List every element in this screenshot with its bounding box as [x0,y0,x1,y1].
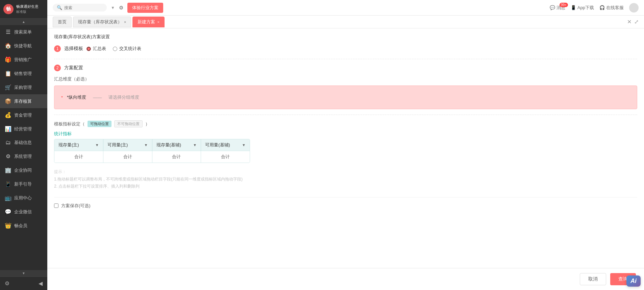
tip2: 2. 点击标题栏下拉可设置排序、插入列和删除列 [54,183,637,190]
chevron-down-icon-4[interactable]: ▼ [242,143,246,147]
sidebar-item-newbie[interactable]: 📱 新手引导 [0,177,47,191]
sidebar-logo: 畅 畅康通好生意 标准版 [0,0,47,19]
stat-indicator-title: 统计指标 [54,131,637,137]
topbar-right: 💬 消息 99+ 📱 App下载 🎧 在线客服 [550,3,639,13]
sidebar-item-search[interactable]: ☰ 搜索菜单 [0,25,47,39]
gift-icon: 🎁 [5,56,11,63]
table-header-cell-1[interactable]: 现存量(主) ▼ [54,139,103,151]
collapse-icon[interactable]: ◀ [39,280,43,287]
expand-panel-icon[interactable]: ⤢ [634,19,639,25]
sidebar-item-wechat[interactable]: 💬 企业微信 [0,205,47,219]
table-body-row-1: 合计 合计 合计 合计 [54,151,250,163]
sidebar-item-management[interactable]: 📊 经营管理 [0,122,47,136]
col3-label: 现存量(基辅) [156,142,181,148]
sidebar-item-label: 新手引导 [14,181,32,187]
dim-placeholder: 请选择分组维度 [108,94,139,100]
sidebar-item-label: 销售管理 [14,71,32,77]
col4-label: 可用量(基辅) [205,142,230,148]
sidebar-item-purchase[interactable]: 🛒 采购管理 [0,80,47,94]
table-header-cell-2[interactable]: 可用量(主) ▼ [103,139,152,151]
search-icon: 🔍 [57,5,62,10]
tab-inventory[interactable]: 现存量（库存状况表） × [73,17,131,27]
search-input[interactable] [64,5,98,10]
divider2 [54,115,637,115]
save-option: 方案保存(可选) [54,197,637,214]
tab-new-scheme-label: 新建方案 [138,19,155,25]
tip1: 1.拖动标题栏可以调整布局，不可跨维度或指标区域拖动栏目字段(只能在同一维度或指… [54,176,637,183]
topbar: 🔍 ▼ ⚙ 体验行业方案 💬 消息 99+ 📱 App下载 🎧 在线客服 [47,0,644,16]
content-area: 现存量(库存状况表)方案设置 1 选择模板 汇总表 交叉统计表 [47,28,644,290]
ai-badge[interactable]: Ai [626,275,641,287]
sidebar-item-label: 库存核算 [14,98,32,104]
tab-new-scheme[interactable]: 新建方案 × [132,17,164,27]
table-header-cell-4[interactable]: 可用量(基辅) ▼ [201,139,250,151]
sidebar-item-label: 经营管理 [14,126,32,132]
sidebar-item-label: 企业微信 [14,209,32,215]
message-btn[interactable]: 💬 消息 99+ [550,5,565,11]
tab-controls: ✕ ⤢ [627,19,639,25]
sidebar-item-sales[interactable]: 📋 销售管理 [0,67,47,80]
sidebar-scroll-up[interactable]: ▲ [0,19,47,25]
user-avatar[interactable] [629,3,639,13]
sidebar-item-label: 搜索菜单 [14,29,32,35]
search-box: 🔍 [53,4,107,11]
basic-icon: 🗂 [5,140,11,146]
tab-home[interactable]: 首页 [53,17,72,27]
search-menu-icon: ☰ [5,29,11,35]
required-star: * [61,95,63,100]
sidebar-item-member[interactable]: 👑 畅会员 [0,219,47,233]
tab-inventory-close-icon[interactable]: × [124,20,126,24]
save-checkbox[interactable] [54,203,58,208]
member-icon: 👑 [5,222,11,229]
indicator-label: 模板指标设定（ 可拖动位置 不可拖动位置 ） [54,120,637,127]
radio-cross-input[interactable] [113,47,117,51]
chevron-down-icon-3[interactable]: ▼ [193,143,197,147]
sidebar-item-basic[interactable]: 🗂 基础信息 [0,136,47,149]
sidebar-item-system[interactable]: ⚙ 系统管理 [0,149,47,163]
tab-new-scheme-close-icon[interactable]: × [157,20,159,24]
dimension-box[interactable]: * *纵向维度 —— 请选择分组维度 [54,86,637,109]
sidebar-scroll-down[interactable]: ▼ [0,270,47,276]
radio-summary-label: 汇总表 [93,46,106,52]
sidebar-item-marketing[interactable]: 🎁 营销推广 [0,53,47,67]
app-download-btn[interactable]: 📱 App下载 [571,5,594,11]
sidebar-item-label: 应用中心 [14,195,32,201]
col1-label: 现存量(主) [58,142,79,148]
step2-badge: 2 [54,65,61,71]
radio-cross-label: 交叉统计表 [119,46,141,52]
industry-btn[interactable]: 体验行业方案 [127,3,163,13]
bottom-spacer [54,214,637,235]
sidebar-item-label: 资金管理 [14,112,32,118]
table-header-cell-3[interactable]: 现存量(基辅) ▼ [152,139,201,151]
sidebar-item-finance[interactable]: 💰 资金管理 [0,108,47,122]
radio-summary[interactable]: 汇总表 [86,46,106,52]
sidebar-item-shortcut[interactable]: 🏠 快捷导航 [0,39,47,53]
draggable-badge: 可拖动位置 [88,121,112,127]
divider1 [54,59,637,59]
panel-title: 现存量(库存状况表)方案设置 [54,34,637,40]
radio-cross[interactable]: 交叉统计表 [113,46,141,52]
chevron-down-icon-2[interactable]: ▼ [144,143,148,147]
newbie-icon: 📱 [5,181,11,187]
cancel-button[interactable]: 取消 [580,273,606,285]
save-option-label[interactable]: 方案保存(可选) [61,203,91,209]
step1-section: 1 选择模板 汇总表 交叉统计表 [54,45,637,52]
enterprise-icon: 🏢 [5,167,11,173]
vertical-dim-label: *纵向维度 [67,94,86,100]
dropdown-arrow-icon[interactable]: ▼ [111,5,115,10]
sidebar-item-enterprise[interactable]: 🏢 企业协同 [0,163,47,177]
sales-icon: 📋 [5,70,11,77]
settings-icon[interactable]: ⚙ [5,280,9,287]
radio-summary-input[interactable] [86,47,91,51]
chevron-down-icon-1[interactable]: ▼ [95,143,99,147]
settings-panel: 现存量(库存状况表)方案设置 1 选择模板 汇总表 交叉统计表 [47,28,644,290]
gear-icon[interactable]: ⚙ [119,5,123,11]
sidebar-item-inventory[interactable]: 📦 库存核算 [0,94,47,108]
app-label: App下载 [577,5,594,11]
step2-section: 2 方案配置 汇总维度（必选） * *纵向维度 —— 请选择分组维度 模板指标设… [54,65,637,190]
service-label: 在线客服 [606,5,624,11]
sidebar-item-app-center[interactable]: 📺 应用中心 [0,191,47,205]
online-service-btn[interactable]: 🎧 在线客服 [599,5,624,11]
indicator-label-text: 模板指标设定（ [54,121,85,127]
close-panel-icon[interactable]: ✕ [627,19,631,25]
